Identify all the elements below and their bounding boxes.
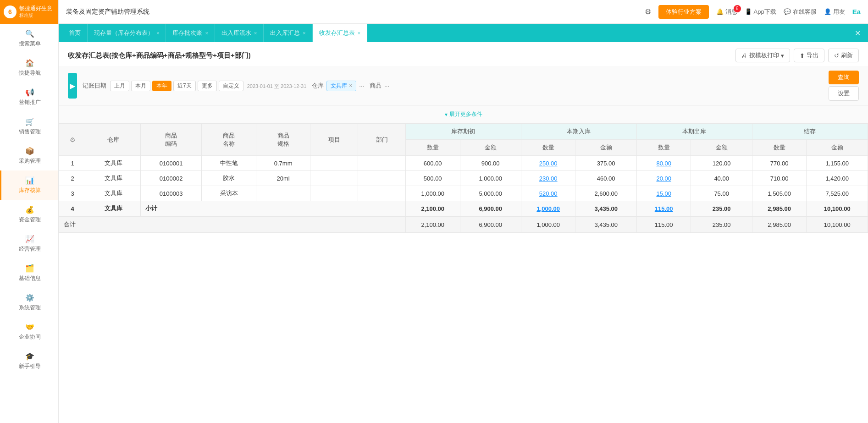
cell-warehouse: 文具库: [86, 171, 141, 186]
cell-in-qty[interactable]: 250.00: [521, 156, 575, 171]
print-btn[interactable]: 🖨 按模板打印 ▾: [735, 49, 790, 62]
trial-btn[interactable]: 体验行业方案: [658, 5, 709, 19]
tab-close-in_out_flow[interactable]: ×: [254, 30, 257, 36]
tab-home[interactable]: 首页: [62, 24, 88, 42]
tab-inventory_dist[interactable]: 现存量（库存分布表）×: [88, 24, 166, 42]
tab-label-in_out_flow: 出入库流水: [221, 29, 251, 37]
tab-close-batch[interactable]: ×: [205, 30, 208, 36]
bell-icon: 🔔: [716, 8, 724, 15]
th-project: 项目: [310, 124, 358, 156]
tab-close-in_out_summary[interactable]: ×: [303, 30, 305, 36]
sidebar-item-system_mgmt[interactable]: ⚙️系统管理: [0, 288, 58, 317]
sidebar-icon-quick_nav: 🏠: [25, 59, 34, 67]
cell-opening-amt: 5,000.00: [460, 186, 521, 201]
cell-out-qty[interactable]: 15.00: [636, 186, 691, 201]
filter-settings-btn[interactable]: 设置: [829, 86, 859, 101]
cell-num: 1: [59, 156, 86, 171]
filter-collapse-btn[interactable]: ▶: [68, 73, 77, 99]
sidebar-icon-enterprise_coop: 🤝: [25, 323, 34, 331]
query-btn[interactable]: 查询: [829, 71, 859, 84]
export-btn[interactable]: ⬆ 导出: [794, 49, 824, 62]
sidebar-item-quick_nav[interactable]: 🏠快捷导航: [0, 53, 58, 82]
cell-out-qty[interactable]: 20.00: [636, 171, 691, 186]
tab-close-recv_send_summary[interactable]: ×: [358, 30, 360, 36]
date-btn-0[interactable]: 上月: [110, 81, 129, 91]
total-label: 合计: [59, 216, 406, 233]
th-in-group: 本期入库: [521, 124, 636, 140]
sidebar-icon-inventory_check: 📊: [25, 176, 34, 185]
warehouse-more[interactable]: ···: [359, 82, 364, 89]
sidebar-icon-search: 🔍: [25, 29, 34, 38]
date-btn-1[interactable]: 本月: [131, 81, 150, 91]
date-btn-2[interactable]: 本年: [152, 81, 171, 91]
sidebar-icon-finance_mgmt: 💰: [25, 205, 34, 214]
sidebar-item-finance_mgmt[interactable]: 💰资金管理: [0, 200, 58, 229]
total-in-qty: 1,000.00: [521, 216, 575, 233]
sidebar-item-inventory_check[interactable]: 📊库存核算: [0, 170, 58, 200]
table-settings-icon[interactable]: ⚙: [70, 136, 76, 143]
date-label: 记账日期: [83, 82, 106, 90]
print-icon: 🖨: [741, 52, 747, 59]
sidebar-item-search[interactable]: 🔍搜索菜单: [0, 24, 58, 53]
cell-dept: [358, 186, 406, 201]
th-opening-amt: 金额: [460, 140, 521, 156]
tab-batch[interactable]: 库存批次账×: [166, 24, 215, 42]
app-download-label: App下载: [754, 8, 776, 16]
th-closing-qty: 数量: [752, 140, 807, 156]
messages-btn[interactable]: 🔔 消息 6: [716, 8, 737, 16]
sidebar-icon-basic_info: 🗂️: [25, 264, 34, 273]
settings-icon[interactable]: ⚙: [645, 7, 651, 16]
total-in-amt: 3,435.00: [575, 216, 636, 233]
cell-opening-amt: 1,000.00: [460, 171, 521, 186]
cell-warehouse: 文具库: [86, 186, 141, 201]
tab-in_out_summary[interactable]: 出入库汇总×: [264, 24, 312, 42]
tab-close-inventory_dist[interactable]: ×: [156, 30, 159, 36]
warehouse-tag-remove[interactable]: ×: [349, 82, 352, 89]
sidebar-item-business_mgmt[interactable]: 📈经营管理: [0, 229, 58, 258]
date-btn-5[interactable]: 自定义: [219, 81, 243, 91]
sidebar-item-sales_mgmt[interactable]: 🛒销售管理: [0, 112, 58, 141]
sidebar-item-beginner_guide[interactable]: 🎓新手引导: [0, 346, 58, 376]
user-icon: 👤: [824, 8, 831, 15]
subtotal-label: 小计: [140, 201, 405, 217]
expand-more-btn[interactable]: ▾ 展开更多条件: [443, 109, 484, 120]
date-btn-3[interactable]: 近7天: [173, 81, 196, 91]
tabbar-close-btn[interactable]: ✕: [851, 29, 864, 38]
system-title: 装备及固定资产辅助管理系统: [66, 8, 639, 16]
main-area: 装备及固定资产辅助管理系统 ⚙ 体验行业方案 🔔 消息 6 📱 App下载 💬 …: [59, 0, 868, 423]
th-closing-amt: 金额: [807, 140, 868, 156]
cell-out-amt: 120.00: [691, 156, 752, 171]
date-btn-4[interactable]: 更多: [198, 81, 217, 91]
refresh-btn[interactable]: ↺ 刷新: [828, 49, 859, 62]
cell-in-qty[interactable]: 520.00: [521, 186, 575, 201]
online-service-btn[interactable]: 💬 在线客服: [784, 8, 817, 16]
user-btn[interactable]: 👤 用友: [824, 8, 845, 16]
cell-spec: 20ml: [256, 171, 310, 186]
sidebar-item-basic_info[interactable]: 🗂️基础信息: [0, 258, 58, 288]
cell-code: 0100002: [140, 171, 201, 186]
tabbar: 首页现存量（库存分布表）×库存批次账×出入库流水×出入库汇总×收发存汇总表× ✕: [59, 24, 868, 42]
sidebar-item-purchase_mgmt[interactable]: 📦采购管理: [0, 141, 58, 170]
tab-recv_send_summary[interactable]: 收发存汇总表×: [313, 24, 367, 42]
cell-out-qty[interactable]: 80.00: [636, 156, 691, 171]
th-name: 商品名称: [202, 124, 256, 156]
filter-section-date: 记账日期 上月本月本年近7天更多自定义 2023-01-01 至 2023-12…: [83, 81, 306, 91]
th-code: 商品编码: [140, 124, 201, 156]
goods-more[interactable]: ···: [384, 82, 389, 89]
tab-in_out_flow[interactable]: 出入库流水×: [215, 24, 264, 42]
sidebar-item-enterprise_coop[interactable]: 🤝企业协同: [0, 317, 58, 346]
content-area: 收发存汇总表(按仓库+商品编码+商品+规格型号+项目+部门) 🖨 按模板打印 ▾…: [59, 42, 868, 423]
cell-project: [310, 156, 358, 171]
cell-closing-amt: 1,420.00: [807, 171, 868, 186]
cell-closing-amt: 1,155.00: [807, 156, 868, 171]
cell-warehouse: 文具库: [86, 156, 141, 171]
app-download-btn[interactable]: 📱 App下载: [745, 8, 776, 16]
cell-in-qty[interactable]: 230.00: [521, 171, 575, 186]
total-opening-amt: 6,900.00: [460, 216, 521, 233]
cell-opening-qty: 500.00: [405, 171, 460, 186]
sidebar-item-marketing_promo[interactable]: 📢营销推广: [0, 82, 58, 112]
download-icon: 📱: [745, 8, 752, 15]
th-spec: 商品规格: [256, 124, 310, 156]
sidebar-icon-system_mgmt: ⚙️: [25, 293, 34, 302]
sidebar-label-purchase_mgmt: 采购管理: [19, 157, 41, 165]
